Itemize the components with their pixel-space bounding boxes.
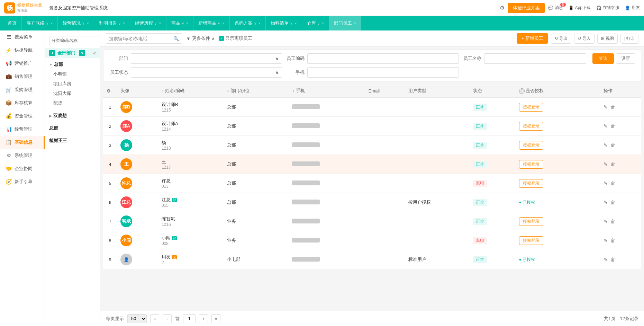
search-icon[interactable]: 🔍 [173,36,179,41]
sidebar-item-marketing[interactable]: 📢营销推广 [0,57,45,70]
auth-button-6[interactable]: 授权登录 [519,217,543,226]
sidebar-item-quicknav[interactable]: ⚡快捷导航 [0,44,45,57]
page-input[interactable] [183,314,196,323]
filter-more-btn[interactable]: ▼ 更多条件 ∧ [186,35,215,42]
tab-close-9[interactable]: × [322,21,324,25]
edit-icon-0[interactable]: ✎ [604,104,608,110]
delete-icon-2[interactable]: 🗑 [610,142,615,148]
tab-close-7[interactable]: × [258,21,261,25]
show-resigned-toggle[interactable]: ✓ 显示离职员工 [219,35,252,42]
edit-icon-1[interactable]: ✎ [604,123,608,129]
nav-tab-4[interactable]: 经营历程 ∨× [130,16,166,30]
dept-search-input[interactable] [49,36,100,45]
emp-code-input[interactable] [307,53,459,64]
edit-icon-8[interactable]: ✎ [604,257,608,262]
tab-close-10[interactable]: × [354,21,356,25]
nav-tab-2[interactable]: 经营情况 ∨× [58,16,94,30]
sidebar-item-system[interactable]: ⚙系统管理 [0,149,45,162]
tab-close-5[interactable]: × [186,21,188,25]
sidebar-item-purchase[interactable]: 🛒采购管理 [0,83,45,96]
dept-group-header-shuanglu[interactable]: ▶ 双鹿想 [45,111,100,121]
col-phone[interactable]: ↕ 手机 [289,84,365,98]
auth-button-7[interactable]: 授权登录 [519,236,543,245]
nav-tab-10[interactable]: 部门员工× [329,16,361,30]
col-name[interactable]: ↕ 姓名/编码 [158,84,224,98]
tab-close-1[interactable]: × [51,21,53,25]
dept-item-xiaodian[interactable]: 小电部 [45,69,100,79]
col-settings[interactable]: ⚙ [103,84,117,98]
edit-icon-7[interactable]: ✎ [604,238,608,243]
first-page-btn[interactable]: « [150,314,159,323]
trial-button[interactable]: 体验行业方案 [508,3,545,13]
edit-icon-3[interactable]: ✎ [604,161,608,167]
all-depts-item[interactable]: ✦ 全部部门 ✎ « [45,48,100,58]
tab-close-6[interactable]: × [222,21,224,25]
query-button[interactable]: 查询 [592,53,614,64]
sidebar-item-finance[interactable]: 💰资金管理 [0,109,45,123]
app-download-button[interactable]: 📱 App下载 [569,5,591,11]
dept-group-header-zhishu[interactable]: 植树王三 [45,136,100,146]
nav-tab-7[interactable]: 条码方案 ∨× [230,16,266,30]
phone-input[interactable] [307,67,459,78]
page-size-select[interactable]: 50 100 [127,314,147,323]
nav-tab-8[interactable]: 物料清单 ∨× [266,16,302,30]
dept-collapse-icon[interactable]: « [93,50,96,56]
user-avatar[interactable]: 👤 用友 [625,5,640,11]
set-button[interactable]: 设置 [616,53,635,64]
auth-button-0[interactable]: 授权登录 [519,103,543,112]
dept-item-peihuo[interactable]: 配货 [45,98,100,108]
sidebar-item-guide[interactable]: 🧭新手引导 [0,175,45,188]
tab-close-4[interactable]: × [159,21,161,25]
delete-icon-4[interactable]: 🗑 [610,180,615,186]
sidebar-item-operations[interactable]: 📊经营管理 [0,123,45,136]
last-page-btn[interactable]: » [211,314,220,323]
delete-icon-1[interactable]: 🗑 [610,123,615,129]
auth-button-3[interactable]: 授权登录 [519,160,543,169]
sidebar-item-enterprise[interactable]: 🤝企业协同 [0,162,45,175]
sidebar-item-basic[interactable]: 📋基础信息 [0,136,45,149]
dept-item-xiangmu[interactable]: 项目库房 [45,79,100,89]
auth-button-4[interactable]: 授权登录 [519,179,543,188]
edit-icon-2[interactable]: ✎ [604,142,608,148]
delete-icon-3[interactable]: 🗑 [610,161,615,167]
col-dept[interactable]: ↕ 部门/职位 [224,84,289,98]
export-button[interactable]: ↻ 导出 [551,34,571,44]
prev-page-btn[interactable]: ‹ [163,314,172,323]
nav-tab-9[interactable]: 仓库 ∨× [302,16,329,30]
nav-tab-6[interactable]: 新增商品 ∨× [193,16,229,30]
emp-name-input[interactable] [484,53,586,64]
nav-tab-5[interactable]: 商品 ∨× [166,16,193,30]
delete-icon-8[interactable]: 🗑 [610,257,615,262]
dept-item-shenyang[interactable]: 沈阳大库 [45,89,100,98]
auth-button-1[interactable]: 授权登录 [519,122,543,131]
edit-icon-4[interactable]: ✎ [604,180,608,186]
tab-close-2[interactable]: × [87,21,89,25]
edit-icon-5[interactable]: ✎ [604,200,608,205]
dept-edit-icon[interactable]: ✎ [79,50,85,56]
sidebar-item-sales[interactable]: 💼销售管理 [0,70,45,83]
add-employee-button[interactable]: + 新增员工 [517,33,548,44]
auth-button-2[interactable]: 授权登录 [519,141,543,150]
delete-icon-5[interactable]: 🗑 [610,200,615,205]
emp-status-select[interactable]: ∨ [131,67,282,78]
delete-icon-0[interactable]: 🗑 [610,104,615,110]
nav-tab-3[interactable]: 利润报告 ∨× [94,16,130,30]
dept-group-header-zongbu[interactable]: ▼ 总部 [45,60,100,69]
sidebar-item-inventory[interactable]: 📦库存核算 [0,96,45,109]
view-button[interactable]: ⊞ 视图 [597,34,618,44]
nav-tab-0[interactable]: 首页 [3,16,22,30]
dept-group-header-zongbu2[interactable]: 总部 [45,123,100,133]
next-page-btn[interactable]: › [199,314,208,323]
sidebar-item-search[interactable]: ☰搜索菜单 [0,30,45,44]
edit-icon-6[interactable]: ✎ [604,219,608,224]
delete-icon-6[interactable]: 🗑 [610,219,615,224]
message-button[interactable]: 💬 消息 6 [548,5,563,11]
search-input[interactable] [109,36,171,41]
print-button[interactable]: | 打印 [620,34,638,44]
nav-tab-1[interactable]: 客户联络 ∨× [22,16,58,30]
online-service-button[interactable]: 🎧 在线客服 [596,5,619,11]
tab-close-3[interactable]: × [123,21,125,25]
gear-icon[interactable]: ⚙ [500,5,505,11]
delete-icon-7[interactable]: 🗑 [610,238,615,243]
tab-close-8[interactable]: × [294,21,297,25]
